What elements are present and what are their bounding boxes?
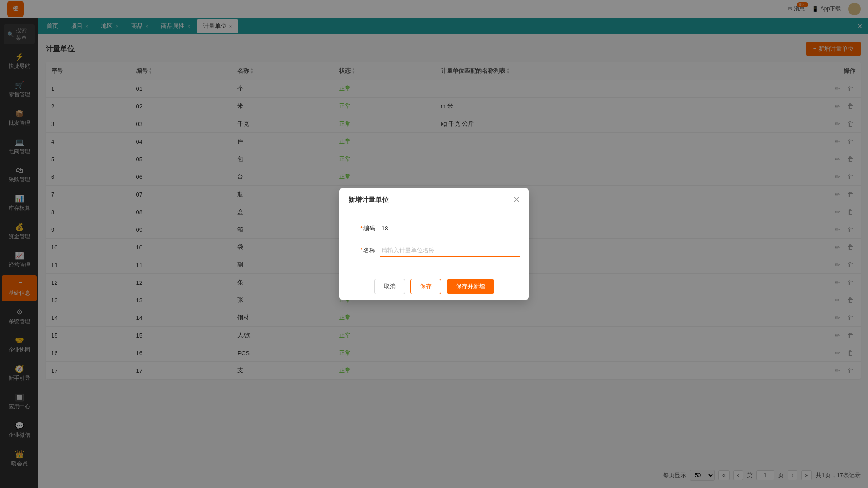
modal-header: 新增计量单位 ✕ <box>339 188 529 211</box>
save-button[interactable]: 保存 <box>410 279 441 294</box>
code-label: 编码 <box>348 225 375 233</box>
add-unit-modal: 新增计量单位 ✕ 编码 名称 取消 保存 保存并新增 <box>339 188 529 300</box>
modal-title: 新增计量单位 <box>348 196 389 204</box>
modal-overlay: 新增计量单位 ✕ 编码 名称 取消 保存 保存并新增 <box>0 0 868 488</box>
form-row-name: 名称 <box>348 244 520 257</box>
code-input[interactable] <box>380 222 520 235</box>
name-input[interactable] <box>380 244 520 257</box>
form-row-code: 编码 <box>348 222 520 235</box>
name-label: 名称 <box>348 246 375 254</box>
modal-body: 编码 名称 <box>339 211 529 273</box>
cancel-button[interactable]: 取消 <box>374 279 405 294</box>
modal-footer: 取消 保存 保存并新增 <box>339 273 529 300</box>
modal-close-button[interactable]: ✕ <box>513 195 520 205</box>
save-and-new-button[interactable]: 保存并新增 <box>447 279 494 294</box>
